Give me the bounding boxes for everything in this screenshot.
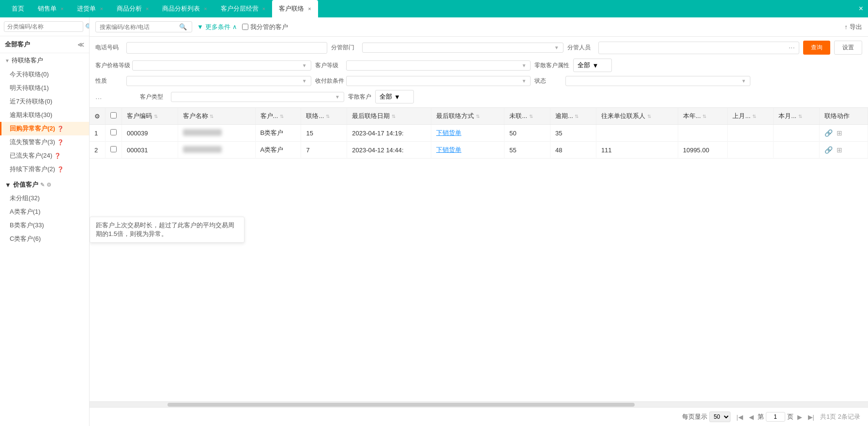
table-col-contact[interactable]: 联络... ⇅ (301, 108, 347, 125)
sidebar-search-input[interactable] (4, 21, 83, 32)
window-close-icon[interactable]: × (859, 4, 863, 13)
search-box[interactable]: 🔍 (95, 21, 192, 32)
phone-input[interactable] (126, 42, 327, 54)
person-dots[interactable]: ··· (789, 44, 795, 52)
row1-actions: 🔗 ⊞ (820, 125, 868, 142)
sidebar-item-today[interactable]: 今天待联络(0) (0, 68, 89, 81)
sidebar-item-c-class[interactable]: C类客户(6) (0, 232, 89, 246)
retail-attr-select[interactable]: 全部 ▼ (573, 59, 612, 72)
nav-purchase-close[interactable]: × (100, 0, 103, 17)
table-area[interactable]: ⚙ 客户编码 ⇅ 客户名称 ⇅ (90, 108, 868, 401)
row2-last-method[interactable]: 下销货单 (431, 142, 504, 159)
status-select[interactable]: ▼ (565, 76, 750, 86)
nav-product-list[interactable]: 商品分析列表 × (155, 0, 213, 17)
row2-link-icon[interactable]: 🔗 (824, 146, 833, 154)
nav-customer-contact[interactable]: 客户联络 × (272, 0, 318, 17)
customer-grade-select[interactable]: ▼ (346, 60, 531, 71)
sidebar-all-customers[interactable]: 全部客户 ≪ (0, 36, 89, 53)
sidebar-item-tomorrow[interactable]: 明天待联络(1) (0, 81, 89, 95)
last-page-btn[interactable]: ▶| (806, 412, 816, 422)
table-col-partner[interactable]: 往来单位联系人 ⇅ (596, 108, 678, 125)
nav-purchase[interactable]: 进货单 × (70, 0, 109, 17)
gender-select[interactable]: ▼ (126, 76, 311, 86)
my-customer-checkbox[interactable]: 我分管的客户 (242, 23, 288, 31)
sidebar-item-declining[interactable]: 持续下滑客户(2) ❓ (0, 162, 89, 176)
table-col-code[interactable]: 客户编码 ⇅ (122, 108, 178, 125)
nav-product-analysis-close[interactable]: × (146, 0, 149, 17)
horizontal-scrollbar[interactable] (90, 401, 868, 407)
sidebar-item-overdue[interactable]: 逾期未联络(30) (0, 108, 89, 122)
price-grade-select[interactable]: ▼ (132, 60, 311, 71)
person-select[interactable]: ··· (598, 42, 799, 54)
sidebar-search-icon[interactable]: 🔍 (85, 23, 90, 30)
retail-customer-select[interactable]: 全部 ▼ (375, 90, 414, 103)
table-col-checkbox[interactable] (106, 108, 122, 125)
search-input[interactable] (100, 24, 177, 30)
search-icon[interactable]: 🔍 (179, 23, 187, 30)
row2-code[interactable]: 000031 (122, 142, 178, 159)
table-col-type[interactable]: 客户... ⇅ (255, 108, 301, 125)
sidebar-item-a-class[interactable]: A类客户(1) (0, 205, 89, 219)
table-col-settings[interactable]: ⚙ (90, 108, 106, 125)
row1-code[interactable]: 000039 (122, 125, 178, 142)
filter-retail-attr: 零散客户属性 全部 ▼ (534, 59, 750, 72)
export-btn[interactable]: ↑ 导出 (845, 23, 863, 31)
table-col-this-year[interactable]: 本年... ⇅ (678, 108, 728, 125)
row2-grid-icon[interactable]: ⊞ (837, 146, 842, 154)
sidebar-item-churn-warning[interactable]: 流失预警客户(3) ❓ (0, 135, 89, 149)
sidebar-group-pending-arrow: ▼ (5, 58, 10, 63)
gender-arrow: ▼ (302, 78, 307, 84)
table-col-last-method[interactable]: 最后联络方式 ⇅ (431, 108, 504, 125)
nav-customer-layered-close[interactable]: × (262, 0, 265, 17)
table-col-unlocked[interactable]: 未联... ⇅ (504, 108, 550, 125)
customer-type-select[interactable]: ▼ (171, 92, 344, 102)
sidebar-item-abnormal[interactable]: 回购异常客户(2) ❓ (0, 122, 89, 135)
filter-row-1: 电话号码 分管部门 ▼ 分管人员 ··· (95, 41, 862, 55)
nav-customer-contact-close[interactable]: × (308, 0, 311, 17)
filter-dept: 分管部门 ▼ (331, 43, 563, 53)
table-col-last-date[interactable]: 最后联络日期 ⇅ (347, 108, 431, 125)
nav-customer-layered[interactable]: 客户分层经营 × (214, 0, 272, 17)
sidebar-item-7days[interactable]: 近7天待联络(0) (0, 95, 89, 108)
per-page-select[interactable]: 50 (709, 411, 731, 422)
row1-grid-icon[interactable]: ⊞ (837, 129, 842, 137)
filter-customer-grade: 客户等级 ▼ (315, 60, 531, 71)
sidebar-group-pending[interactable]: ▼ 待联络客户 (0, 53, 89, 68)
row2-check[interactable] (110, 146, 117, 152)
row1-checkbox[interactable] (106, 125, 122, 142)
table-col-name[interactable]: 客户名称 ⇅ (178, 108, 255, 125)
row1-last-method[interactable]: 下销货单 (431, 125, 504, 142)
nav-sales[interactable]: 销售单 × (31, 0, 70, 17)
row1-link-icon[interactable]: 🔗 (824, 129, 833, 137)
nav-sales-close[interactable]: × (61, 0, 63, 17)
my-customer-check[interactable] (242, 24, 248, 30)
sidebar-value-settings-icon[interactable]: ⚙ (46, 182, 51, 188)
first-page-btn[interactable]: |◀ (734, 412, 745, 422)
overdue-sort-icon: ⇅ (575, 114, 579, 119)
row2-checkbox[interactable] (106, 142, 122, 159)
table-col-this-month[interactable]: 本月... ⇅ (774, 108, 820, 125)
scrollbar-thumb[interactable] (168, 403, 635, 407)
sidebar-edit-icon[interactable]: ✎ (40, 182, 45, 188)
page-input[interactable] (766, 412, 785, 422)
nav-product-analysis[interactable]: 商品分析 × (110, 0, 155, 17)
select-all-checkbox[interactable] (110, 112, 117, 118)
sidebar-item-b-class[interactable]: B类客户(33) (0, 219, 89, 232)
payment-select[interactable]: ▼ (346, 76, 531, 86)
next-page-btn[interactable]: ▶ (795, 412, 804, 422)
dept-select[interactable]: ▼ (362, 43, 563, 53)
nav-home[interactable]: 首页 (5, 0, 31, 17)
sidebar-item-churned[interactable]: 已流失客户(24) ❓ (0, 149, 89, 162)
sidebar-item-unclassified[interactable]: 未分组(32) (0, 191, 89, 205)
table-col-last-month[interactable]: 上月... ⇅ (728, 108, 774, 125)
settings-button[interactable]: 设置 (834, 41, 862, 55)
query-button[interactable]: 查询 (803, 41, 830, 55)
prev-page-btn[interactable]: ◀ (747, 412, 756, 422)
row1-check[interactable] (110, 129, 117, 135)
sidebar-collapse-icon[interactable]: ≪ (77, 41, 84, 48)
sidebar-value-group-title[interactable]: ▼ 价值客户 ✎ ⚙ (0, 178, 89, 191)
more-dots-icon[interactable]: ... (95, 93, 102, 101)
table-col-overdue[interactable]: 逾期... ⇅ (550, 108, 596, 125)
nav-product-list-close[interactable]: × (204, 0, 207, 17)
more-filter-btn[interactable]: ▼ 更多条件 ∧ (197, 23, 237, 31)
